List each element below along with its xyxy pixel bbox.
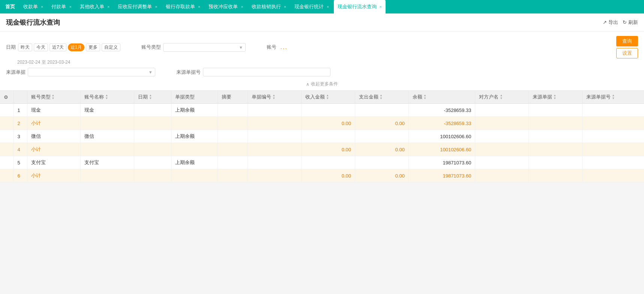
row-gear-cell [0, 130, 14, 143]
source-doc-num-input[interactable] [203, 68, 330, 76]
cell-summary [218, 117, 248, 130]
cell-summary [218, 143, 248, 156]
row-gear-cell [0, 104, 14, 117]
cell-account_name [81, 169, 134, 182]
cell-doc_type: 上期余额 [171, 130, 218, 143]
expense-column-header[interactable]: 支出金额 ▲▼ [355, 91, 409, 104]
counterparty-column-header[interactable]: 对方户名 ▲▼ [475, 91, 529, 104]
close-icon[interactable]: × [241, 4, 243, 9]
date-range-text: 2023-02-24 至 2023-03-24 [17, 60, 70, 65]
close-icon[interactable]: × [284, 4, 286, 9]
cell-account_type: 微信 [27, 130, 81, 143]
source-doc-no-column-header[interactable]: 来源单据号 ▲▼ [582, 91, 644, 104]
close-icon[interactable]: × [155, 4, 157, 9]
top-navigation: 首页收款单×付款单×其他收入单×应收应付调整单×银行存取款单×预收冲应收单×收款… [0, 0, 644, 13]
cell-doc_type: 上期余额 [171, 104, 218, 117]
account-name-column-header[interactable]: 账号名称 ▲▼ [81, 91, 134, 104]
account-type-filter-group: 账号类型 ▾ [141, 43, 246, 52]
cell-source_doc [529, 156, 582, 169]
collapse-bar[interactable]: ∧ 收起更多条件 [6, 79, 638, 87]
collapse-label: 收起更多条件 [311, 81, 338, 87]
table-row[interactable]: 4小计0.000.00100102606.60 [0, 143, 644, 156]
row-seq: 5 [14, 156, 27, 169]
cell-source_doc_no [582, 143, 644, 156]
nav-item-prepaid-flush[interactable]: 预收冲应收单× [205, 0, 247, 13]
action-buttons: 查询 设置 [616, 36, 638, 58]
cell-expense: 0.00 [355, 117, 409, 130]
source-doc-num-filter-group: 来源单据号 [176, 68, 330, 76]
date-filter-group: 日期 昨天今天近7天近1月更多自定义 [6, 43, 120, 51]
cell-balance: 19871073.60 [409, 156, 475, 169]
cell-source_doc [529, 143, 582, 156]
table-row[interactable]: 3微信微信上期余额100102606.60 [0, 130, 644, 143]
date-column-header[interactable]: 日期 ▲▼ [134, 91, 171, 104]
nav-item-payment[interactable]: 付款单× [48, 0, 75, 13]
cell-income [302, 104, 355, 117]
account-ellipsis-btn[interactable]: ... [279, 44, 289, 51]
cell-account_type: 小计 [27, 143, 81, 156]
account-type-select[interactable]: ▾ [163, 43, 246, 52]
account-type-column-header[interactable]: 账号类型 ▲▼ [27, 91, 81, 104]
gear-column-header[interactable]: ⚙ [0, 91, 14, 104]
cell-account_name: 微信 [81, 130, 134, 143]
date-quick-buttons: 昨天今天近7天近1月更多自定义 [18, 43, 120, 51]
date-btn-custom[interactable]: 自定义 [102, 43, 120, 51]
close-icon[interactable]: × [380, 4, 382, 9]
query-button[interactable]: 查询 [616, 36, 638, 46]
source-doc-chevron: ▾ [149, 69, 152, 75]
page-title: 现金银行流水查询 [6, 18, 60, 27]
date-btn-7days[interactable]: 近7天 [50, 43, 66, 51]
date-btn-today[interactable]: 今天 [34, 43, 48, 51]
cell-doc_no [248, 104, 302, 117]
cell-counterparty [475, 104, 529, 117]
doc-no-column-header[interactable]: 单据编号 ▲▼ [248, 91, 302, 104]
sort-arrows-source-doc: ▲▼ [553, 94, 556, 100]
nav-item-receipt[interactable]: 收款单× [20, 0, 47, 13]
cell-income: 0.00 [302, 143, 355, 156]
nav-item-ar-ap-adjust[interactable]: 应收应付调整单× [114, 0, 161, 13]
close-icon[interactable]: × [41, 4, 43, 9]
close-icon[interactable]: × [327, 4, 329, 9]
refresh-button[interactable]: ↻ 刷新 [623, 19, 638, 26]
sort-arrows-counterparty: ▲▼ [500, 94, 503, 100]
cell-income [302, 130, 355, 143]
income-column-header[interactable]: 收入金额 ▲▼ [302, 91, 355, 104]
nav-item-write-off[interactable]: 收款核销执行× [248, 0, 290, 13]
close-icon[interactable]: × [107, 4, 110, 9]
date-btn-yesterday[interactable]: 昨天 [18, 43, 32, 51]
balance-column-header[interactable]: 余额 ▲▼ [409, 91, 475, 104]
table-row[interactable]: 5支付宝支付宝上期余额19871073.60 [0, 156, 644, 169]
export-icon: ↗ [603, 19, 607, 25]
cell-income [302, 156, 355, 169]
nav-item-cash-bank-flow[interactable]: 现金银行流水查询× [334, 0, 386, 13]
cell-counterparty [475, 130, 529, 143]
date-btn-more[interactable]: 更多 [86, 43, 100, 51]
row-seq: 3 [14, 130, 27, 143]
nav-item-cash-bank-stat[interactable]: 现金银行统计× [291, 0, 333, 13]
date-btn-1month[interactable]: 近1月 [68, 43, 85, 51]
sort-arrows-account-name: ▲▼ [105, 94, 108, 100]
source-doc-column-header[interactable]: 来源单据 ▲▼ [529, 91, 582, 104]
seq-column-header [14, 91, 27, 104]
page-header: 现金银行流水查询 ↗ 导出 ↻ 刷新 [0, 13, 644, 31]
nav-item-home[interactable]: 首页 [2, 0, 19, 13]
table-row[interactable]: 1现金现金上期余额-3528659.33 [0, 104, 644, 117]
doc-type-column-header: 单据类型 [171, 91, 218, 104]
close-icon[interactable]: × [69, 4, 71, 9]
table-header: ⚙ 账号类型 ▲▼ 账号名称 ▲▼ 日期 [0, 91, 644, 104]
nav-item-other-income[interactable]: 其他收入单× [76, 0, 113, 13]
cell-balance: 100102606.60 [409, 143, 475, 156]
cell-income: 0.00 [302, 117, 355, 130]
nav-item-bank-deposit[interactable]: 银行存取款单× [162, 0, 204, 13]
export-button[interactable]: ↗ 导出 [603, 19, 618, 26]
close-icon[interactable]: × [198, 4, 200, 9]
table-row[interactable]: 6小计0.000.0019871073.60 [0, 169, 644, 182]
settings-button[interactable]: 设置 [616, 48, 638, 58]
cell-doc_type: 上期余额 [171, 156, 218, 169]
source-doc-select[interactable]: ▾ [28, 68, 155, 76]
cell-source_doc [529, 169, 582, 182]
date-range-display: 2023-02-24 至 2023-03-24 [17, 59, 638, 66]
cell-summary [218, 156, 248, 169]
cell-source_doc_no [582, 117, 644, 130]
table-row[interactable]: 2小计0.000.00-3528659.33 [0, 117, 644, 130]
